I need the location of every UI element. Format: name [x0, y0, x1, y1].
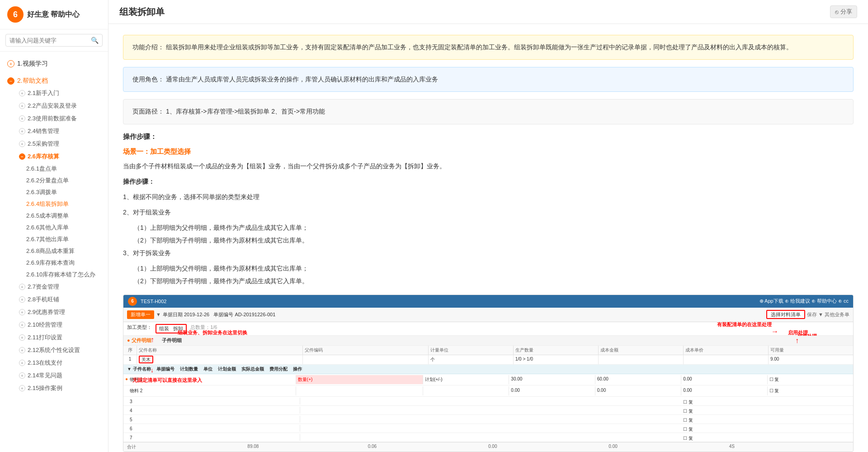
- sub-empty-7: 7: [128, 434, 300, 441]
- annotation-text-5: 无固定清单可以直接在这里录入: [132, 377, 202, 384]
- td-parent-value: 关木: [139, 356, 153, 363]
- sidebar-item-2-9[interactable]: + 2.9优惠券管理: [17, 306, 101, 319]
- path-block: 页面路径： 1、库存核算->库存管理->组装拆卸单 2、首页->常用功能: [123, 99, 854, 124]
- sidebar-item-2-10[interactable]: + 2.10经营管理: [17, 319, 101, 331]
- sidebar-item-docs[interactable]: − 2.帮助文档: [7, 75, 101, 87]
- td-unit-1: 个: [429, 355, 514, 364]
- th-avail: 可用量: [769, 346, 853, 355]
- annotation-arrow-5: ↓: [151, 366, 154, 374]
- app-save-btn: 保存 ▼ 其他业务单: [807, 311, 849, 318]
- sidebar-item-2-8[interactable]: + 2.8手机旺铺: [17, 293, 101, 306]
- totals-label: 合计: [127, 444, 247, 450]
- top-bar: 组装拆卸单 ⎋ 分享: [108, 0, 868, 24]
- sidebar-item-new[interactable]: + 2.1新手入门: [17, 87, 101, 100]
- search-box: 🔍: [5, 34, 103, 47]
- th-parent: 父件名称: [137, 346, 303, 355]
- sub-spec-2: [423, 386, 509, 395]
- sidebar-item-2-15[interactable]: + 2.15操作案例: [17, 382, 101, 395]
- sidebar-item-2-6-2[interactable]: 2.6.2分量盘点单: [24, 175, 101, 186]
- sidebar-item-2-6-8[interactable]: 2.6.8商品成本重算: [24, 245, 101, 257]
- plus-icon-purchase: +: [19, 141, 25, 147]
- plus-icon-new: +: [19, 90, 25, 96]
- nav-grandchildren-inventory: 2.6.1盘点单 2.6.2分量盘点单 2.6.3调拨单 2.6.4组装拆卸单 …: [17, 163, 101, 281]
- sidebar-item-2-6-7[interactable]: 2.6.7其他出库单: [24, 233, 101, 245]
- sidebar-item-2-6-9[interactable]: 2.6.9库存账本查询: [24, 257, 101, 269]
- step2: 2、对于组装业务: [123, 206, 854, 219]
- steps-sub-heading: 操作步骤：: [123, 178, 854, 186]
- sidebar-item-2-12[interactable]: + 2.12系统个性化设置: [17, 344, 101, 357]
- app-nav-current: 新增单一: [127, 310, 154, 319]
- sub-qty-1: 60.00: [595, 375, 681, 384]
- logo-area: 6 好生意 帮助中心: [0, 0, 108, 29]
- sidebar-item-inventory[interactable]: − 2.6库存核算: [17, 150, 101, 163]
- sub-row-2: 物料 2 0.00 0.00 0.00 ☐ 复: [123, 385, 853, 397]
- sub-th-real: 实际总金额: [241, 366, 264, 372]
- sidebar-item-2-6-1[interactable]: 2.6.1盘点单: [24, 163, 101, 175]
- sidebar-item-data[interactable]: + 2.3使用前数据准备: [17, 112, 101, 125]
- sidebar-item-purchase[interactable]: + 2.5采购管理: [17, 138, 101, 150]
- sub-op-1: ☐ 复: [768, 375, 853, 384]
- scene1-heading: 场景一：加工类型选择: [123, 147, 854, 156]
- logo-text: 好生意 帮助中心: [27, 10, 80, 19]
- app-nav: 新增单一 ▼ 单据日期 2019-12-26 单据编号 AD-20191226-…: [123, 308, 853, 322]
- sidebar-item-video[interactable]: + 1.视频学习: [7, 58, 101, 70]
- sidebar-item-install[interactable]: + 2.2产品安装及登录: [17, 100, 101, 112]
- sidebar-item-2-6-10[interactable]: 2.6.10库存账本错了怎么办: [24, 269, 101, 281]
- sidebar-item-sales[interactable]: + 2.4销售管理: [17, 125, 101, 138]
- sidebar-item-2-6-4[interactable]: 2.6.4组装拆卸单: [24, 198, 101, 210]
- sub-real-2: 0.00: [681, 386, 767, 395]
- sidebar: 6 好生意 帮助中心 🔍 + 1.视频学习 − 2.帮助文档 + 2.1新手入: [0, 0, 108, 452]
- search-input[interactable]: [9, 37, 91, 44]
- sub-empty-5: 5: [128, 416, 300, 423]
- th-cost: 成本金额: [599, 346, 684, 355]
- sub-empty-6: 6: [128, 425, 300, 432]
- share-label: 分享: [840, 8, 852, 16]
- totals-val3: 0.00: [488, 444, 609, 450]
- sidebar-item-2-14[interactable]: + 2.14常见问题: [17, 369, 101, 382]
- path-label: 页面路径：: [132, 108, 164, 115]
- path-text: 1、库存核算->库存管理->组装拆卸单 2、首页->常用功能: [166, 108, 325, 115]
- share-button[interactable]: ⎋ 分享: [830, 5, 857, 18]
- page-title: 组装拆卸单: [119, 6, 165, 18]
- sub-row-3: 3 ☐ 复: [123, 397, 853, 406]
- search-icon[interactable]: 🔍: [91, 37, 99, 44]
- app-type-label: 加工类型：: [127, 324, 152, 331]
- sidebar-item-2-7[interactable]: + 2.7资金管理: [17, 281, 101, 293]
- step3: 3、对于拆装业务: [123, 247, 854, 259]
- th-seq: 序: [123, 346, 137, 355]
- app-subheading2: 子件明细: [162, 338, 182, 343]
- sub-row-6: 6 ☐ 复: [123, 424, 853, 433]
- td-seq-1: 1: [123, 355, 137, 364]
- step1: 1、根据不同的业务，选择不同单据的类型来处理: [123, 190, 854, 203]
- sub-th-code: 单据编号: [156, 366, 175, 372]
- app-controls: ⊕ App下载 ⊕ 给我建议 ⊕ 帮助中心 ⊕ cc: [760, 298, 849, 305]
- step3-1: （1）上部明细为父件明细，最终作为原材料生成其它出库单；: [134, 262, 854, 275]
- app-table-row-1: 1 关木 个 1/0 > 1/0 9.00: [123, 355, 853, 365]
- step3-2: （2）下部明细为子件明细，最终作为产成品生成其它入库单。: [134, 275, 854, 287]
- totals-val4: 0.00: [609, 444, 729, 450]
- sub-row-5: 5 ☐ 复: [123, 415, 853, 424]
- plus-icon-data: +: [19, 115, 25, 122]
- sub-qty-2: 0.00: [595, 386, 681, 395]
- sub-row-7: 7 ☐ 复: [123, 433, 853, 442]
- annotation-text-1: 有装配清单的在这里处理: [717, 321, 772, 328]
- sidebar-item-2-6-3[interactable]: 2.6.3调拨单: [24, 186, 101, 198]
- steps-heading: 操作步骤：: [123, 133, 854, 141]
- sub-empty-3: 3: [128, 398, 300, 404]
- intro-text: 组装拆卸单用来处理企业组装或拆卸等加工业务，支持有固定装配清单的产品加工业务，也…: [166, 43, 793, 51]
- app-nav-buttons: 选择对料清单 保存 ▼ 其他业务单: [766, 311, 849, 318]
- expand-icon-video: +: [7, 60, 14, 67]
- sidebar-item-2-6-5[interactable]: 2.6.5成本调整单: [24, 210, 101, 222]
- sidebar-item-2-11[interactable]: + 2.11打印设置: [17, 331, 101, 344]
- app-table-header: 序 父件名称 父件编码 计量单位 生产数量 成本金额 成本单价 可用量: [123, 346, 853, 355]
- sidebar-item-docs-label: 2.帮助文档: [17, 77, 48, 85]
- sub-unit-2: 0.00: [509, 386, 595, 395]
- sidebar-item-2-6-6[interactable]: 2.6.6其他入库单: [24, 222, 101, 233]
- totals-val5: 4S: [729, 444, 849, 450]
- annotation-arrow-3: ↑: [151, 336, 154, 344]
- intro-block: 功能介绍： 组装拆卸单用来处理企业组装或拆卸等加工业务，支持有固定装配清单的产品…: [123, 35, 854, 60]
- sub-unit-1: 30.00: [509, 375, 595, 384]
- sidebar-item-2-13[interactable]: + 2.13在线支付: [17, 357, 101, 369]
- totals-val2: 0.06: [368, 444, 488, 450]
- td-avail-1: 9.00: [769, 355, 853, 364]
